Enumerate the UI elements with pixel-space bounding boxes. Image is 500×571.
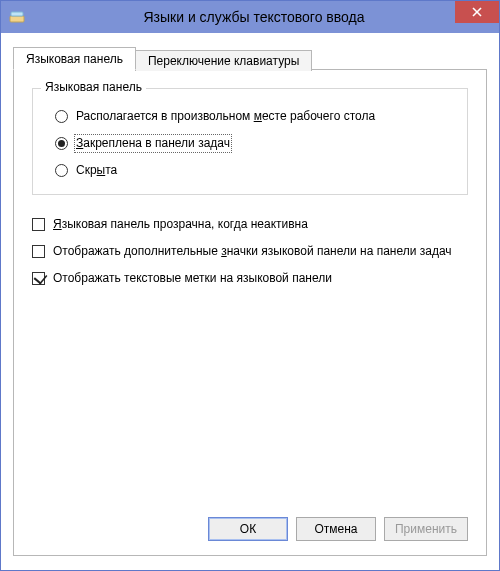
radio-label: Закреплена в панели задач bbox=[76, 136, 230, 151]
checkbox-text-labels[interactable]: Отображать текстовые метки на языковой п… bbox=[32, 265, 468, 292]
checkbox-icon bbox=[32, 272, 45, 285]
tab-keyboard-switch[interactable]: Переключение клавиатуры bbox=[135, 50, 312, 71]
radio-icon bbox=[55, 137, 68, 150]
svg-rect-1 bbox=[11, 12, 23, 16]
radio-docked[interactable]: Закреплена в панели задач bbox=[47, 130, 453, 157]
tab-panel: Языковая панель Располагается в произвол… bbox=[13, 69, 487, 556]
group-legend: Языковая панель bbox=[41, 80, 146, 94]
checkbox-icon bbox=[32, 218, 45, 231]
apply-button[interactable]: Применить bbox=[384, 517, 468, 541]
language-bar-group: Языковая панель Располагается в произвол… bbox=[32, 88, 468, 195]
checkbox-label: Отображать текстовые метки на языковой п… bbox=[53, 271, 332, 286]
checkbox-icon bbox=[32, 245, 45, 258]
app-icon bbox=[9, 9, 25, 25]
button-label: Отмена bbox=[314, 522, 357, 536]
titlebar: Языки и службы текстового ввода bbox=[1, 1, 499, 33]
radio-label: Располагается в произвольном месте рабоч… bbox=[76, 109, 375, 124]
radio-icon bbox=[55, 164, 68, 177]
window-title: Языки и службы текстового ввода bbox=[33, 9, 499, 25]
spacer bbox=[32, 292, 468, 507]
close-icon bbox=[472, 7, 482, 17]
button-label: Применить bbox=[395, 522, 457, 536]
close-button[interactable] bbox=[455, 1, 499, 23]
svg-rect-0 bbox=[10, 16, 24, 22]
cancel-button[interactable]: Отмена bbox=[296, 517, 376, 541]
tab-label: Переключение клавиатуры bbox=[148, 54, 299, 68]
content-area: Языковая панель Переключение клавиатуры … bbox=[1, 33, 499, 570]
button-row: ОК Отмена Применить bbox=[32, 507, 468, 541]
tab-language-bar[interactable]: Языковая панель bbox=[13, 47, 136, 70]
tab-strip: Языковая панель Переключение клавиатуры bbox=[13, 45, 487, 69]
tab-label: Языковая панель bbox=[26, 52, 123, 66]
ok-button[interactable]: ОК bbox=[208, 517, 288, 541]
checkbox-extra-icons[interactable]: Отображать дополнительные значки языково… bbox=[32, 238, 468, 265]
checkbox-label: Отображать дополнительные значки языково… bbox=[53, 244, 452, 259]
dialog-window: Языки и службы текстового ввода Языковая… bbox=[0, 0, 500, 571]
radio-label: Скрыта bbox=[76, 163, 117, 178]
radio-hidden[interactable]: Скрыта bbox=[47, 157, 453, 184]
button-label: ОК bbox=[240, 522, 256, 536]
checkbox-transparent[interactable]: Языковая панель прозрачна, когда неактив… bbox=[32, 211, 468, 238]
checkbox-label: Языковая панель прозрачна, когда неактив… bbox=[53, 217, 308, 232]
radio-icon bbox=[55, 110, 68, 123]
radio-floating[interactable]: Располагается в произвольном месте рабоч… bbox=[47, 103, 453, 130]
